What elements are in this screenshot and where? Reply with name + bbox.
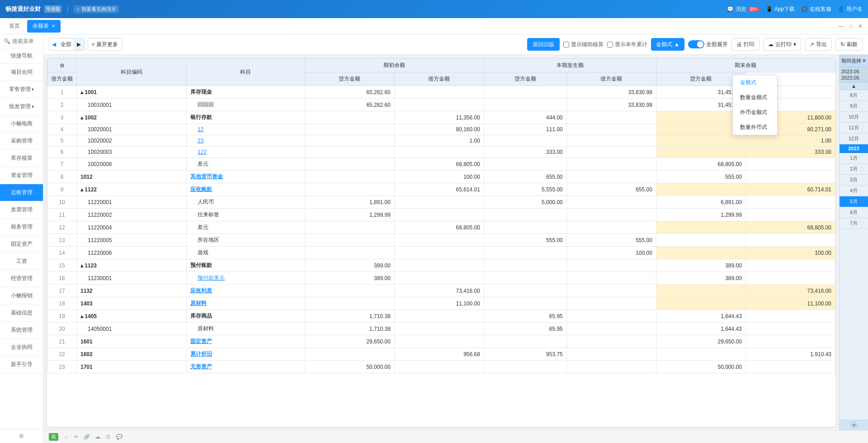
table-row[interactable]: 15▴ 1123预付账款389.00389.00: [47, 259, 835, 272]
table-row[interactable]: 19▴ 1405库存商品1,710.3865.951,644.43: [47, 310, 835, 323]
sidebar-item-invoice[interactable]: 发票管理: [0, 201, 43, 219]
period-12[interactable]: 12月: [840, 133, 868, 144]
tab-home[interactable]: 首页: [4, 20, 25, 33]
table-row[interactable]: 610020003122333.00333.00: [47, 147, 835, 158]
view-mode-button[interactable]: 金额式 ▲: [651, 38, 684, 51]
table-row[interactable]: 3▴ 1002银行存款11,356.00444.0011,800.00: [47, 111, 835, 124]
table-row[interactable]: 1▴ 1001库存现金65,282.6033,830.9831,451.62: [47, 86, 835, 99]
message-button[interactable]: 💬 消息 99+: [727, 5, 760, 13]
refresh-button[interactable]: ↻ 刷新: [835, 38, 863, 51]
export-button[interactable]: ↗ 导出: [805, 38, 832, 51]
sidebar-item-system[interactable]: 系统管理: [0, 322, 43, 339]
dropdown-item-qty-foreign[interactable]: 数量外币式: [733, 120, 777, 135]
cloud-print-button[interactable]: ☁ 云打印 ▾: [763, 38, 801, 51]
bottom-icon-arrow[interactable]: →: [64, 434, 69, 440]
cell-subject[interactable]: 122: [187, 147, 305, 158]
sidebar-item-retail[interactable]: 零售管理 ▾: [0, 81, 43, 98]
sidebar-item-coop[interactable]: 企业协同: [0, 339, 43, 356]
table-row[interactable]: 181403原材料11,100.0011,100.00: [47, 297, 835, 310]
table-row[interactable]: 9▴ 1122应收账款65,614.015,555.00655.0060,714…: [47, 183, 835, 196]
period-9[interactable]: 9月: [840, 101, 868, 112]
scroll-up-btn[interactable]: ▲: [840, 82, 868, 90]
period-1[interactable]: 1月: [840, 153, 868, 164]
cell-subject[interactable]: 预付款美元: [187, 272, 305, 285]
table-row[interactable]: 221602累计折旧956.68953.751,910.43: [47, 348, 835, 361]
period-6[interactable]: 6月: [840, 207, 868, 218]
print-button[interactable]: 🖨 打印: [731, 38, 760, 51]
sidebar-item-inventory[interactable]: 库存核算: [0, 150, 43, 167]
table-row[interactable]: 1111220002往来标签1,299.991,299.99: [47, 209, 835, 221]
tab-balance[interactable]: 余额表 ✕: [27, 20, 61, 33]
cell-subject[interactable]: 应收账款: [187, 183, 305, 196]
sidebar-item-operation[interactable]: 经营管理: [0, 270, 43, 287]
sidebar-item-quicknav[interactable]: 快捷导航: [0, 48, 43, 64]
cell-subject[interactable]: 其他货币资金: [187, 171, 305, 183]
cell-subject[interactable]: 原材料: [187, 297, 305, 310]
show-assist-checkbox[interactable]: 显示辅助核算: [563, 41, 604, 48]
sidebar-item-basic[interactable]: 基础信息: [0, 305, 43, 322]
search-input[interactable]: [12, 38, 39, 44]
dropdown-item-qty-amount[interactable]: 数量金额式: [733, 90, 777, 105]
tab-balance-close[interactable]: ✕: [52, 24, 55, 29]
app-download-button[interactable]: 📱 App下载: [766, 5, 795, 13]
assist-checkbox-input[interactable]: [563, 42, 569, 48]
bottom-icon-lang[interactable]: 英: [49, 433, 58, 441]
sidebar-item-project[interactable]: 项目合同: [0, 64, 43, 81]
table-row[interactable]: 211601固定资产29,650.0029,650.00: [47, 335, 835, 348]
dropdown-item-foreign[interactable]: 外币金额式: [733, 105, 777, 120]
sidebar-item-ecommerce[interactable]: 小畅电商: [0, 115, 43, 133]
cell-subject[interactable]: 12: [187, 124, 305, 135]
scroll-down-btn[interactable]: [840, 420, 868, 430]
sidebar-search[interactable]: 🔍: [0, 34, 43, 48]
period-10[interactable]: 10月: [840, 112, 868, 123]
table-row[interactable]: 1411220006遊戏100.00100.00: [47, 247, 835, 259]
table-row[interactable]: 2014050001原材料1,710.3865.951,644.43: [47, 323, 835, 335]
table-row[interactable]: 1011220001人民币1,891.005,000.006,891.00: [47, 196, 835, 209]
cell-subject[interactable]: 累计折旧: [187, 348, 305, 361]
settings-icon[interactable]: ⚙: [19, 433, 24, 439]
table-row[interactable]: 1311220005所在地区555.00555.00: [47, 234, 835, 247]
tab-close-all[interactable]: ✕: [856, 23, 864, 29]
table-row[interactable]: 4100200011280,160.00111.0080,271.00: [47, 124, 835, 135]
tab-minimize[interactable]: —: [837, 23, 846, 29]
bottom-icon-chat[interactable]: 💬: [116, 434, 123, 440]
cell-subject[interactable]: 应收利息: [187, 285, 305, 297]
sidebar-item-accounting[interactable]: 总账管理: [0, 184, 43, 201]
period-7[interactable]: 7月: [840, 218, 868, 229]
tab-restore[interactable]: □: [848, 23, 854, 29]
table-row[interactable]: 710020006差元68,805.0068,805.00: [47, 158, 835, 171]
sidebar-item-fixed[interactable]: 固定资产: [0, 236, 43, 253]
sidebar-item-tax[interactable]: 税务管理: [0, 219, 43, 236]
sidebar-item-guide[interactable]: 新手引导: [0, 356, 43, 373]
bottom-icon-link[interactable]: 🔗: [84, 434, 90, 440]
table-row[interactable]: 210010001回回回65,282.6033,830.9831,451.62: [47, 99, 835, 111]
expand-more-button[interactable]: ▿ 展开更多: [88, 38, 122, 51]
bottom-icon-timer[interactable]: ⏱: [106, 434, 111, 440]
show-ytd-checkbox[interactable]: 显示本年累计: [607, 41, 647, 48]
sidebar-item-wholesale[interactable]: 批发管理 ▾: [0, 98, 43, 115]
sidebar-item-capital[interactable]: 资金管理: [0, 167, 43, 184]
user-avatar[interactable]: 👤 用户名: [838, 5, 863, 13]
online-service-button[interactable]: 🎧 在线客服: [801, 5, 831, 13]
sidebar-item-salary[interactable]: 工资: [0, 253, 43, 270]
table-row[interactable]: 1611230001预付款美元389.00389.00: [47, 272, 835, 285]
table-row[interactable]: 81012其他货币资金100.00655.00555.00: [47, 171, 835, 183]
cell-subject[interactable]: 无形资产: [187, 361, 305, 373]
ytd-checkbox-input[interactable]: [607, 42, 613, 48]
period-2[interactable]: 2月: [840, 164, 868, 175]
cell-subject[interactable]: 固定资产: [187, 335, 305, 348]
period-8[interactable]: 8月: [840, 90, 868, 101]
search-box[interactable]: ◀ 全部 ▶: [49, 38, 85, 51]
table-row[interactable]: 231701无形资产50,000.0050,000.00: [47, 361, 835, 373]
table-row[interactable]: 171132应收利息73,416.0073,416.00: [47, 285, 835, 297]
bottom-icon-edit[interactable]: ✏: [74, 434, 78, 440]
return-old-button[interactable]: 退回旧版: [527, 38, 560, 51]
period-11[interactable]: 11月: [840, 123, 868, 133]
period-4[interactable]: 4月: [840, 186, 868, 196]
table-row[interactable]: 510020002231.001.00: [47, 135, 835, 147]
search-suffix-btn[interactable]: ▶: [73, 38, 85, 50]
table-row[interactable]: 1211220004差元68,805.0068,805.00: [47, 221, 835, 234]
demo-label[interactable]: 我要看实例演示: [81, 6, 116, 13]
expand-all-toggle[interactable]: 全部展开: [688, 40, 728, 48]
cell-subject[interactable]: 23: [187, 135, 305, 147]
